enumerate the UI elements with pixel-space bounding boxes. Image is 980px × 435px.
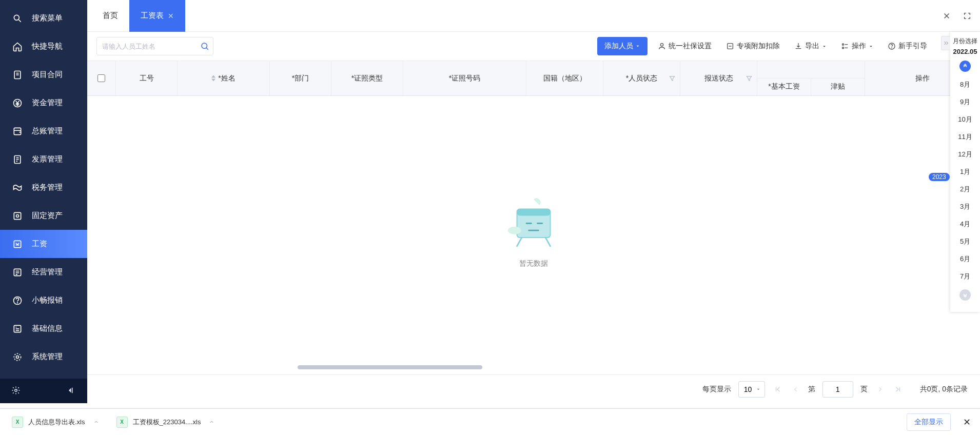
th-nation[interactable]: 国籍（地区） <box>526 61 603 95</box>
page-input[interactable] <box>822 381 853 398</box>
horizontal-scrollbar[interactable] <box>298 365 605 369</box>
month-item[interactable]: 7月 <box>950 268 980 285</box>
collapse-sidebar-icon[interactable] <box>66 386 76 396</box>
chevron-up-icon[interactable] <box>93 419 99 425</box>
th-checkbox <box>87 61 116 95</box>
month-item[interactable]: 12月 <box>950 146 980 163</box>
th-report-status[interactable]: 报送状态 <box>680 61 757 95</box>
asset-icon <box>11 210 24 222</box>
month-item[interactable]: 6月 <box>950 250 980 268</box>
month-item[interactable]: 10月 <box>950 111 980 128</box>
next-page-icon[interactable] <box>875 386 885 392</box>
per-page-select[interactable]: 10 <box>738 381 765 398</box>
reimburse-icon <box>11 294 24 307</box>
expand-panel-icon[interactable] <box>941 36 950 50</box>
search-menu-icon <box>11 12 24 25</box>
guide-link[interactable]: 新手引导 <box>884 37 931 55</box>
sidebar-item-system[interactable]: 系统管理 <box>0 343 87 371</box>
first-page-icon[interactable] <box>772 386 783 393</box>
link-label: 专项附加扣除 <box>737 42 780 51</box>
th-dept[interactable]: *部门 <box>270 61 331 95</box>
sidebar-item-reimburse[interactable]: 小畅报销 <box>0 286 87 314</box>
chevron-down-icon <box>635 44 640 49</box>
th-person-status[interactable]: *人员状态 <box>603 61 680 95</box>
last-page-icon[interactable] <box>892 386 904 393</box>
month-item[interactable]: 5月 <box>950 233 980 250</box>
month-item[interactable]: 3月 <box>950 198 980 215</box>
scrollbar-thumb[interactable] <box>298 365 482 369</box>
sidebar-item-fixed-assets[interactable]: 固定资产 <box>0 202 87 230</box>
sidebar-item-label: 经营管理 <box>32 267 63 277</box>
sidebar-item-invoice[interactable]: 发票管理 <box>0 145 87 173</box>
sidebar-item-label: 发票管理 <box>32 154 63 164</box>
chevron-down-icon <box>822 44 827 49</box>
sidebar-item-business[interactable]: 经营管理 <box>0 258 87 286</box>
filter-icon[interactable] <box>669 75 676 82</box>
th-name[interactable]: *姓名 <box>178 61 270 95</box>
xls-file-icon: X <box>12 417 23 428</box>
salary-icon <box>11 238 24 250</box>
tab-salary-sheet[interactable]: 工资表 ✕ <box>129 0 185 32</box>
sidebar-item-quick-nav[interactable]: 快捷导航 <box>0 32 87 61</box>
downloads-bar: X 人员信息导出表.xls X 工资模板_223034....xls 全部显示 … <box>0 408 980 435</box>
close-downloads-bar-icon[interactable]: ✕ <box>961 414 973 430</box>
th-cert-no[interactable]: *证照号码 <box>403 61 526 95</box>
search-icon[interactable] <box>200 42 209 51</box>
export-icon <box>794 42 802 50</box>
sort-icon[interactable] <box>211 75 215 82</box>
svg-rect-11 <box>14 212 21 219</box>
sidebar-item-search-menu[interactable]: 搜索菜单 <box>0 4 87 32</box>
page-suffix: 页 <box>860 385 868 394</box>
download-filename: 工资模板_223034....xls <box>133 418 201 427</box>
th-base-salary[interactable]: *基本工资 <box>757 78 811 96</box>
download-item[interactable]: X 人员信息导出表.xls <box>7 412 107 432</box>
month-item[interactable]: 2月 <box>950 181 980 198</box>
month-item[interactable]: 1月 <box>950 163 980 181</box>
th-id[interactable]: 工号 <box>116 61 178 95</box>
svg-point-46 <box>508 227 521 234</box>
search-input[interactable] <box>96 37 213 55</box>
prev-page-icon[interactable] <box>791 386 801 392</box>
sidebar-item-ledger[interactable]: 总账管理 <box>0 117 87 145</box>
scroll-down-icon[interactable] <box>959 289 971 301</box>
empty-state: 暂无数据 <box>87 96 980 358</box>
sidebar-item-salary[interactable]: 工资 <box>0 230 87 258</box>
select-all-checkbox[interactable] <box>97 74 105 82</box>
special-deduction-link[interactable]: 专项附加扣除 <box>722 37 784 55</box>
sidebar-item-label: 搜索菜单 <box>32 13 63 23</box>
sidebar-item-base-info[interactable]: 基础信息 <box>0 314 87 343</box>
download-item[interactable]: X 工资模板_223034....xls <box>112 412 223 432</box>
svg-point-24 <box>14 353 21 360</box>
system-icon <box>11 351 24 363</box>
sidebar-item-funds[interactable]: 资金管理 <box>0 89 87 117</box>
sidebar-item-tax[interactable]: 税务管理 <box>0 173 87 202</box>
scroll-up-icon[interactable] <box>959 61 971 72</box>
month-item[interactable]: 4月 <box>950 215 980 233</box>
close-tab-icon[interactable]: ✕ <box>168 12 174 20</box>
month-item[interactable]: 11月 <box>950 128 980 146</box>
add-person-button[interactable]: 添加人员 <box>597 37 648 55</box>
toolbar: 添加人员 统一社保设置 专项附加扣除 导出 操作 新手引导 刷新 <box>87 32 980 61</box>
th-cert-type[interactable]: *证照类型 <box>331 61 403 95</box>
social-settings-link[interactable]: 统一社保设置 <box>654 37 716 55</box>
document-icon <box>11 69 24 81</box>
tabs-bar: 首页 工资表 ✕ <box>87 0 980 32</box>
export-link[interactable]: 导出 <box>790 37 831 55</box>
empty-text: 暂无数据 <box>519 259 548 268</box>
show-all-downloads-button[interactable]: 全部显示 <box>907 413 951 431</box>
settings-gear-icon[interactable] <box>11 386 22 396</box>
deduction-icon <box>726 42 734 50</box>
month-item[interactable]: 9月 <box>950 93 980 111</box>
svg-point-32 <box>660 44 663 46</box>
tab-home[interactable]: 首页 <box>91 0 129 32</box>
operate-link[interactable]: 操作 <box>837 37 877 55</box>
chevron-up-icon[interactable] <box>209 419 214 425</box>
sidebar-item-project-contract[interactable]: 项目合同 <box>0 61 87 89</box>
th-allowance[interactable]: 津贴 <box>811 78 865 96</box>
close-all-tabs-icon[interactable] <box>938 7 955 25</box>
filter-icon[interactable] <box>746 75 753 82</box>
month-item[interactable]: 8月 <box>950 76 980 93</box>
fullscreen-icon[interactable] <box>958 7 976 25</box>
tab-label: 工资表 <box>141 11 164 21</box>
th-salary-group: *基本工资 津贴 <box>757 61 865 95</box>
